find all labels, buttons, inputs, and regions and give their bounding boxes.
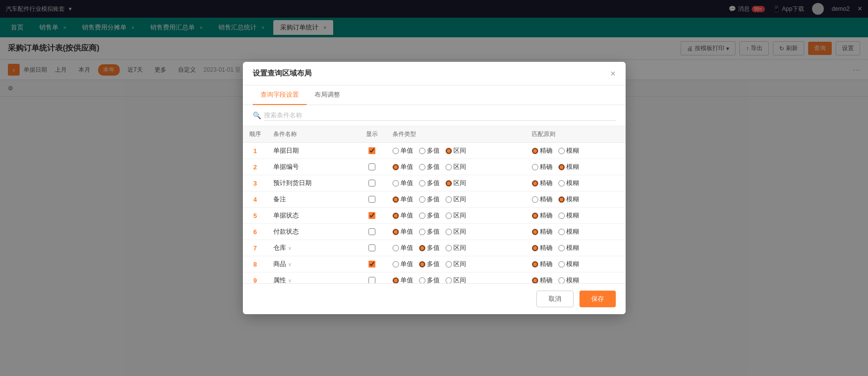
display-checkbox-6[interactable] (368, 244, 375, 251)
type-option-区间[interactable]: 区间 (446, 211, 466, 220)
cell-display (357, 224, 387, 240)
type-option-单值[interactable]: 单值 (393, 260, 413, 269)
condition-name: 属性 (273, 276, 286, 283)
match-option-模糊[interactable]: 模糊 (558, 260, 579, 269)
type-option-区间[interactable]: 区间 (446, 243, 466, 252)
type-option-多值[interactable]: 多值 (419, 227, 440, 236)
cell-type: 单值多值区间 (387, 240, 526, 256)
match-option-精确[interactable]: 精确 (532, 227, 552, 236)
type-option-多值[interactable]: 多值 (419, 243, 440, 252)
dialog-search-bar: 🔍 (243, 105, 626, 126)
type-option-单值[interactable]: 单值 (393, 195, 413, 204)
match-option-模糊[interactable]: 模糊 (558, 162, 579, 171)
display-checkbox-5[interactable] (368, 228, 375, 235)
type-option-区间[interactable]: 区间 (446, 162, 466, 171)
cell-name: 单据状态 (267, 208, 357, 224)
save-button[interactable]: 保存 (579, 291, 616, 307)
match-option-精确[interactable]: 精确 (532, 179, 552, 188)
match-option-模糊[interactable]: 模糊 (558, 211, 579, 220)
cell-type: 单值多值区间 (387, 224, 526, 240)
cell-match: 精确模糊 (526, 159, 626, 175)
cell-name: 商品 ∨ (267, 256, 357, 272)
cell-display (357, 240, 387, 256)
dialog-title: 设置查询区域布局 (253, 69, 312, 78)
type-option-多值[interactable]: 多值 (419, 146, 440, 155)
match-option-模糊[interactable]: 模糊 (558, 276, 579, 283)
cell-order: 4 (243, 191, 268, 208)
table-row: 3预计到货日期单值多值区间精确模糊 (243, 175, 626, 191)
display-checkbox-8[interactable] (368, 277, 375, 283)
expand-arrow-icon: ∨ (288, 262, 291, 267)
type-option-多值[interactable]: 多值 (419, 276, 440, 283)
col-header-order: 顺序 (243, 126, 268, 143)
type-option-多值[interactable]: 多值 (419, 260, 440, 269)
match-option-精确[interactable]: 精确 (532, 195, 552, 204)
dialog-tabs: 查询字段设置 布局调整 (243, 85, 626, 105)
cell-match: 精确模糊 (526, 240, 626, 256)
cell-name: 单据日期 (267, 143, 357, 159)
type-option-多值[interactable]: 多值 (419, 211, 440, 220)
match-option-模糊[interactable]: 模糊 (558, 146, 579, 155)
expand-arrow-icon: ∨ (288, 245, 291, 251)
dialog-close-button[interactable]: × (610, 69, 616, 78)
cell-name: 预计到货日期 (267, 175, 357, 191)
type-option-多值[interactable]: 多值 (419, 195, 440, 204)
cell-match: 精确模糊 (526, 208, 626, 224)
search-input[interactable] (264, 110, 616, 121)
match-option-模糊[interactable]: 模糊 (558, 227, 579, 236)
table-row: 9属性 ∨单值多值区间精确模糊 (243, 272, 626, 284)
match-option-精确[interactable]: 精确 (532, 260, 552, 269)
type-option-单值[interactable]: 单值 (393, 243, 413, 252)
display-checkbox-3[interactable] (368, 196, 375, 203)
col-header-type: 条件类型 (387, 126, 526, 143)
type-option-区间[interactable]: 区间 (446, 260, 466, 269)
type-option-多值[interactable]: 多值 (419, 162, 440, 171)
conditions-table-scroll[interactable]: 顺序 条件名称 显示 条件类型 匹配原则 1单据日期单值多值区间精确模糊2单据编… (243, 126, 626, 283)
match-option-精确[interactable]: 精确 (532, 146, 552, 155)
cell-display (357, 159, 387, 175)
tab-layout[interactable]: 布局调整 (307, 85, 348, 105)
cell-order: 3 (243, 175, 268, 191)
match-option-模糊[interactable]: 模糊 (558, 243, 579, 252)
table-header-row: 顺序 条件名称 显示 条件类型 匹配原则 (243, 126, 626, 143)
type-option-区间[interactable]: 区间 (446, 227, 466, 236)
type-option-单值[interactable]: 单值 (393, 179, 413, 188)
display-checkbox-1[interactable] (368, 163, 375, 170)
cell-order: 5 (243, 208, 268, 224)
display-checkbox-2[interactable] (368, 180, 375, 187)
cell-match: 精确模糊 (526, 256, 626, 272)
cell-display (357, 143, 387, 159)
cell-type: 单值多值区间 (387, 175, 526, 191)
cell-match: 精确模糊 (526, 175, 626, 191)
display-checkbox-7[interactable] (368, 261, 375, 268)
cancel-button[interactable]: 取消 (536, 291, 574, 307)
condition-name: 商品 (273, 260, 286, 268)
type-option-区间[interactable]: 区间 (446, 146, 466, 155)
condition-name: 仓库 (273, 244, 286, 251)
type-option-单值[interactable]: 单值 (393, 227, 413, 236)
type-option-单值[interactable]: 单值 (393, 211, 413, 220)
display-checkbox-4[interactable] (368, 212, 375, 219)
type-option-区间[interactable]: 区间 (446, 179, 466, 188)
type-option-区间[interactable]: 区间 (446, 195, 466, 204)
cell-match: 精确模糊 (526, 191, 626, 208)
col-header-name: 条件名称 (267, 126, 357, 143)
type-option-单值[interactable]: 单值 (393, 276, 413, 283)
display-checkbox-0[interactable] (368, 147, 375, 154)
type-option-多值[interactable]: 多值 (419, 179, 440, 188)
match-option-模糊[interactable]: 模糊 (558, 179, 579, 188)
table-row: 7仓库 ∨单值多值区间精确模糊 (243, 240, 626, 256)
match-option-精确[interactable]: 精确 (532, 276, 552, 283)
type-option-单值[interactable]: 单值 (393, 162, 413, 171)
cell-match: 精确模糊 (526, 143, 626, 159)
cell-name: 付款状态 (267, 224, 357, 240)
cell-order: 8 (243, 256, 268, 272)
match-option-精确[interactable]: 精确 (532, 211, 552, 220)
match-option-模糊[interactable]: 模糊 (558, 195, 579, 204)
type-option-区间[interactable]: 区间 (446, 276, 466, 283)
type-option-单值[interactable]: 单值 (393, 146, 413, 155)
cell-order: 9 (243, 272, 268, 284)
match-option-精确[interactable]: 精确 (532, 243, 552, 252)
match-option-精确[interactable]: 精确 (532, 162, 552, 171)
tab-query-fields[interactable]: 查询字段设置 (253, 85, 307, 105)
